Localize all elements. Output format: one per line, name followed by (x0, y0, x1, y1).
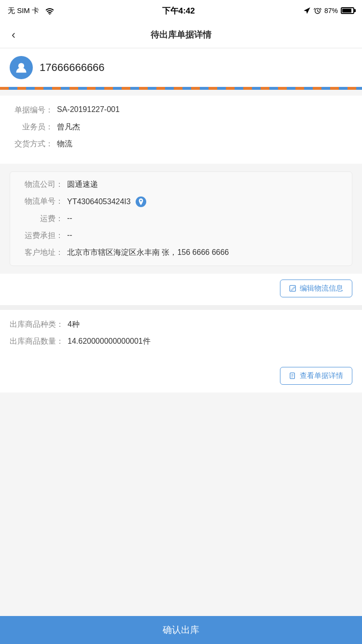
document-icon (289, 372, 297, 380)
product-quantity-row: 出库商品数量： 14.620000000000001件 (10, 336, 352, 347)
view-details-area: 查看单据详情 (0, 361, 362, 392)
product-type-label: 出库商品种类： (10, 320, 64, 330)
order-info-section: 单据编号： SA-20191227-001 业务员： 曾凡杰 交货方式： 物流 (0, 96, 362, 164)
battery-percent: 87% (324, 7, 338, 14)
product-section: 出库商品种类： 4种 出库商品数量： 14.620000000000001件 (0, 310, 362, 361)
logistics-freight-label: 运费： (20, 214, 63, 224)
section-separator-1 (0, 305, 362, 310)
confirm-button-label: 确认出库 (163, 625, 199, 635)
logistics-tracking-value: YT43064053424I3 (67, 196, 342, 207)
logistics-freight-bear-label: 运费承担： (20, 231, 63, 241)
product-quantity-value: 14.620000000000001件 (68, 336, 352, 347)
order-number-label: 单据编号： (10, 105, 53, 115)
logistics-company-value: 圆通速递 (67, 180, 342, 190)
edit-logistics-label: 编辑物流信息 (300, 284, 343, 293)
confirm-button-area[interactable]: 确认出库 (0, 616, 362, 644)
delivery-label: 交货方式： (10, 139, 53, 149)
product-type-value: 4种 (68, 320, 352, 330)
delivery-row: 交货方式： 物流 (10, 139, 352, 149)
logistics-address-row: 客户地址： 北京市市辖区海淀区永丰南 张，156 6666 6666 (20, 248, 342, 258)
edit-logistics-button[interactable]: 编辑物流信息 (280, 280, 352, 297)
view-details-button[interactable]: 查看单据详情 (280, 367, 352, 385)
location-arrow-icon (303, 7, 311, 14)
logistics-company-label: 物流公司： (20, 180, 63, 190)
user-avatar-icon (14, 61, 28, 74)
logistics-tracking-row: 物流单号： YT43064053424I3 (20, 196, 342, 207)
logistics-freight-bear-value: -- (67, 231, 342, 239)
tracking-number: YT43064053424I3 (67, 197, 131, 206)
status-bar: 无 SIM 卡 下午4:42 87% (0, 0, 362, 21)
logistics-freight-bear-row: 运费承担： -- (20, 231, 342, 241)
user-header: 17666666666 (0, 48, 362, 87)
avatar (10, 56, 33, 79)
delivery-value: 物流 (57, 139, 352, 149)
order-number-value: SA-20191227-001 (57, 105, 352, 114)
logistics-address-value: 北京市市辖区海淀区永丰南 张，156 6666 6666 (67, 248, 342, 258)
logistics-card: 物流公司： 圆通速递 物流单号： YT43064053424I3 运费： -- … (10, 171, 352, 266)
map-pin-icon (138, 198, 144, 205)
logistics-company-row: 物流公司： 圆通速递 (20, 180, 342, 190)
product-quantity-label: 出库商品数量： (10, 336, 64, 347)
edit-logistics-area: 编辑物流信息 (0, 274, 362, 305)
order-number-row: 单据编号： SA-20191227-001 (10, 105, 352, 115)
svg-point-0 (49, 14, 50, 14)
back-button[interactable]: ‹ (8, 24, 19, 45)
page-title: 待出库单据详情 (151, 29, 211, 41)
wifi-icon (45, 8, 54, 14)
edit-icon (289, 285, 297, 293)
status-left: 无 SIM 卡 (8, 6, 54, 15)
agent-label: 业务员： (10, 122, 53, 132)
user-phone: 17666666666 (40, 61, 105, 74)
agent-value: 曾凡杰 (57, 122, 352, 132)
bottom-spacer (0, 392, 362, 431)
logistics-tracking-label: 物流单号： (20, 196, 63, 207)
alarm-icon (314, 7, 321, 14)
dashed-separator (0, 87, 362, 90)
logistics-freight-row: 运费： -- (20, 214, 342, 224)
location-icon[interactable] (136, 196, 146, 207)
view-details-label: 查看单据详情 (300, 371, 343, 380)
product-type-row: 出库商品种类： 4种 (10, 320, 352, 330)
battery-icon (341, 7, 354, 14)
logistics-freight-value: -- (67, 214, 342, 223)
status-right: 87% (303, 7, 354, 14)
nav-bar: ‹ 待出库单据详情 (0, 21, 362, 48)
logistics-address-label: 客户地址： (20, 248, 63, 258)
status-time: 下午4:42 (162, 5, 195, 16)
agent-row: 业务员： 曾凡杰 (10, 122, 352, 132)
